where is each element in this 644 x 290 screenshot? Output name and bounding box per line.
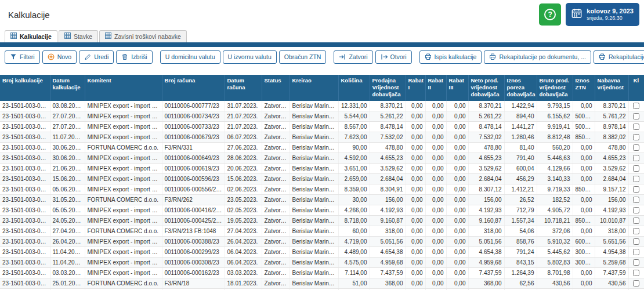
row-checkbox[interactable] (633, 134, 639, 140)
table-cell: Berislav Marinčić (290, 267, 338, 278)
obracun-ztn-button[interactable]: Obračun ZTN (279, 50, 327, 64)
table-row[interactable]: 23-1501-003-001803.08.2023.MINIPEX expor… (0, 101, 644, 111)
otvori-button[interactable]: Otvori (375, 50, 412, 64)
table-row[interactable]: 23-1501-003-001221.06.2023.MINIPEX expor… (0, 163, 644, 173)
izbrisi-button[interactable]: Izbriši (116, 50, 152, 64)
row-checkbox[interactable] (633, 259, 639, 266)
row-checkbox[interactable] (633, 144, 639, 151)
row-checkbox[interactable] (633, 155, 639, 161)
column-header[interactable]: Broj kalkulacije (0, 75, 50, 101)
row-checkbox[interactable] (633, 186, 639, 193)
row-checkbox[interactable] (633, 124, 639, 130)
u-izvornu-valutu-button[interactable]: U izvornu valutu (223, 50, 277, 64)
tab-kalkulacije[interactable]: Kalkulacije (5, 30, 57, 42)
table-row[interactable]: 23-1501-003-001430.06.2023.FORTUNA COMER… (0, 142, 644, 153)
table-row[interactable]: 23-1501-003-000931.05.2023.FORTUNA COMER… (0, 194, 644, 205)
table-cell: 0,00 (425, 111, 446, 121)
column-header[interactable]: Rabat I (406, 75, 425, 101)
table-cell: 23-1501-003-0002 (0, 267, 50, 278)
table-cell: 21.06.2023. (50, 163, 85, 173)
column-header[interactable]: Prodajna Vrijednost dobavljača (370, 75, 406, 101)
column-header[interactable]: Bruto prod. vrijednost dobavljača (537, 75, 573, 101)
table-row[interactable]: 23-1501-003-000805.05.2023.MINIPEX expor… (0, 205, 644, 215)
table-row[interactable]: 23-1501-003-000627.04.2023.FORTUNA COMER… (0, 226, 644, 236)
row-checkbox[interactable] (633, 249, 639, 255)
row-checkbox[interactable] (633, 176, 639, 182)
row-checkbox[interactable] (633, 238, 639, 245)
rekapitulacije-po-artiklu-button[interactable]: Rekapitulacije po artiklu (594, 50, 644, 64)
table-cell: 0,00 (425, 132, 446, 142)
uredi-button[interactable]: Uredi (79, 50, 114, 64)
column-header[interactable]: Nabavna vrijednost (595, 75, 628, 101)
table-cell: MINIPEX export - import d.o.o. (85, 236, 162, 246)
table-row[interactable]: 23-1501-003-000526.04.2023.MINIPEX expor… (0, 236, 644, 246)
table-cell: 4.655,23 (595, 153, 628, 163)
table-row[interactable]: 23-1501-003-001627.07.2023.MINIPEX expor… (0, 121, 644, 132)
column-header[interactable]: Datum računa (225, 75, 262, 101)
table-cell: Zatvorena (262, 278, 290, 288)
table-cell: FORTUNA COMERC d.o.o. (85, 142, 162, 153)
date-widget[interactable]: kolovoz 9, 2023 srijeda, 9:26:30 (566, 3, 639, 26)
row-checkbox[interactable] (633, 103, 639, 109)
tab-zavisni-troskovi-nabavke[interactable]: Zavisni troškovi nabavke (99, 30, 187, 42)
row-checkbox-cell (628, 236, 644, 246)
column-header[interactable]: Status (262, 75, 290, 101)
column-header[interactable]: Kreirao (290, 75, 338, 101)
column-header[interactable]: Komitent (85, 75, 162, 101)
row-checkbox[interactable] (633, 270, 639, 276)
u-domicilnu-valutu-button[interactable]: U domicilnu valutu (160, 50, 220, 64)
table-row[interactable]: 23-1501-003-001115.06.2023.MINIPEX expor… (0, 173, 644, 184)
table-row[interactable]: 23-1501-003-001330.06.2023.MINIPEX expor… (0, 153, 644, 163)
table-cell: 1.412,21 (504, 184, 537, 194)
column-header[interactable]: Kl (628, 75, 644, 101)
table-cell: 23-1501-003-0004 (0, 246, 50, 257)
table-cell: 850,00 (573, 184, 595, 194)
rekapitulacije-po-dokumentu-button[interactable]: Rekapitulacije po dokumentu, ... (484, 50, 591, 64)
column-header[interactable]: Iznos poreza dobavljača (504, 75, 537, 101)
table-cell: 23-1501-003-0007 (0, 215, 50, 226)
column-header[interactable]: Datum kalkulacije (50, 75, 85, 101)
table-row[interactable]: 23-1501-003-000411.04.2023.MINIPEX expor… (0, 246, 644, 257)
table-cell: 7.623,00 (338, 132, 370, 142)
column-header[interactable]: Rabat II (425, 75, 446, 101)
table-row[interactable]: 23-1501-003-001727.07.2023.MINIPEX expor… (0, 111, 644, 121)
table-cell: 9.160,87 (468, 215, 504, 226)
column-header[interactable]: Broj računa (162, 75, 225, 101)
table-cell: 23-1501-003-0014 (0, 142, 50, 153)
row-checkbox[interactable] (633, 113, 639, 119)
row-checkbox[interactable] (633, 197, 639, 203)
row-checkbox[interactable] (633, 217, 639, 224)
ispis-kalkulacije-button[interactable]: Ispis kalkulacije (419, 50, 482, 64)
table-cell: 5.051,56 (468, 236, 504, 246)
table-cell: 156,00 (370, 194, 406, 205)
filteri-button[interactable]: Filteri (5, 50, 40, 64)
table-row[interactable]: 23-1501-003-000311.04.2023.MINIPEX expor… (0, 257, 644, 267)
table-cell: 06.04.2023. (225, 246, 262, 257)
novo-button[interactable]: Novo (42, 50, 77, 64)
row-checkbox[interactable] (633, 280, 639, 287)
table-row[interactable]: 23-1501-003-001511.07.2023.MINIPEX expor… (0, 132, 644, 142)
table-cell: 0,00 (406, 257, 425, 267)
help-button[interactable]: ? (539, 3, 561, 26)
table-row[interactable]: 23-1501-003-000125.01.2023.FORTUNA COMER… (0, 278, 644, 288)
table-row[interactable]: 23-1501-003-000203.03.2023.MINIPEX expor… (0, 267, 644, 278)
row-checkbox[interactable] (633, 207, 639, 213)
tab-stavke[interactable]: Stavke (59, 30, 98, 42)
table-cell: MINIPEX export - import d.o.o. (85, 215, 162, 226)
table-row[interactable]: 23-1501-003-001005.06.2023.MINIPEX expor… (0, 184, 644, 194)
row-checkbox[interactable] (633, 165, 639, 172)
row-checkbox[interactable] (633, 228, 639, 234)
column-header[interactable]: Rabat III (446, 75, 468, 101)
table-cell: 156,00 (468, 194, 504, 205)
table-cell: Zatvorena (262, 163, 290, 173)
table-cell: Berislav Marinčić (290, 121, 338, 132)
table-cell: 60,00 (338, 226, 370, 236)
table-cell: 0,00 (425, 153, 446, 163)
table-cell: 0,00 (406, 246, 425, 257)
zatvori-button[interactable]: Zatvori (334, 50, 372, 64)
table-row[interactable]: 23-1501-003-000724.05.2023.MINIPEX expor… (0, 215, 644, 226)
column-header[interactable]: Iznos ZTN (573, 75, 595, 101)
row-checkbox-cell (628, 194, 644, 205)
column-header[interactable]: Neto prod. vrijednost dobavljača (468, 75, 504, 101)
column-header[interactable]: Količina (338, 75, 370, 101)
